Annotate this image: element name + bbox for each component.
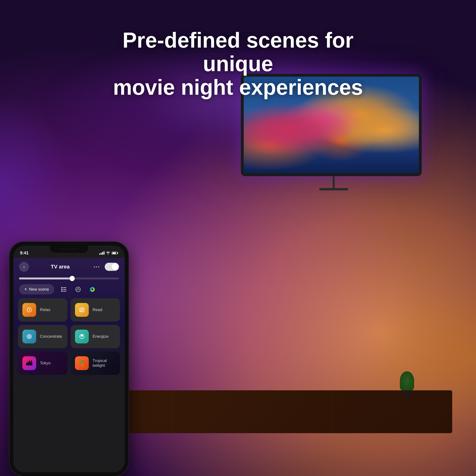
nav-right-controls [91, 263, 119, 271]
more-button[interactable] [91, 264, 102, 270]
relax-icon [22, 303, 36, 317]
svg-rect-2 [61, 289, 63, 290]
svg-point-12 [91, 289, 93, 290]
svg-rect-16 [81, 311, 82, 311]
concentrate-label: Concentrate [40, 334, 62, 339]
svg-rect-1 [63, 287, 67, 288]
brightness-slider[interactable] [19, 277, 119, 279]
scenes-grid: Relax Read [13, 298, 125, 380]
phone-container: 9:41 [10, 242, 138, 476]
svg-rect-4 [61, 290, 63, 292]
svg-rect-14 [81, 309, 83, 309]
tokyo-icon: 🏙 [22, 356, 36, 370]
tropical-icon: 🌴 [75, 356, 89, 370]
svg-rect-5 [63, 291, 67, 291]
scene-card-concentrate[interactable]: Concentrate [18, 325, 67, 348]
svg-point-7 [77, 288, 78, 289]
relax-label: Relax [40, 307, 50, 312]
brightness-fill [19, 277, 74, 279]
svg-point-6 [76, 287, 81, 292]
scene-card-relax[interactable]: Relax [18, 298, 67, 322]
energize-label: Energize [93, 334, 108, 339]
svg-point-9 [79, 289, 80, 290]
scene-card-tokyo[interactable]: 🏙 Tokyo [18, 352, 67, 375]
status-icons [99, 251, 118, 255]
page-title: Pre-defined scenes for unique movie nigh… [95, 29, 381, 99]
power-toggle[interactable] [105, 263, 119, 271]
phone-inner: 9:41 [13, 246, 125, 472]
tropical-label: Tropical twilight [93, 358, 116, 368]
status-time: 9:41 [20, 251, 29, 255]
battery-icon [112, 252, 118, 255]
svg-point-8 [78, 288, 79, 289]
read-icon [75, 303, 89, 317]
scene-card-energize[interactable]: Energize [71, 325, 120, 348]
nav-title: TV area [51, 264, 70, 270]
phone-content: ‹ TV area [13, 258, 125, 472]
concentrate-icon [22, 330, 36, 343]
phone-frame: 9:41 [10, 242, 129, 476]
scene-card-read[interactable]: Read [71, 298, 120, 322]
list-view-icon[interactable] [59, 285, 68, 294]
energize-icon [75, 330, 89, 343]
scene-card-tropical-twilight[interactable]: 🌴 Tropical twilight [71, 352, 120, 375]
read-label: Read [93, 307, 102, 312]
signal-bars-icon [99, 251, 104, 255]
new-scene-button[interactable]: + New scene [19, 284, 54, 294]
back-button[interactable]: ‹ [19, 262, 29, 272]
palette-icon[interactable] [73, 285, 83, 294]
color-wheel-icon[interactable] [87, 285, 97, 294]
phone-notch [50, 246, 88, 253]
svg-rect-0 [61, 287, 63, 288]
tokyo-label: Tokyo [40, 361, 51, 366]
svg-point-10 [77, 289, 78, 290]
svg-rect-15 [81, 310, 83, 310]
svg-rect-3 [63, 289, 67, 290]
scenes-toolbar: + New scene [13, 284, 125, 298]
nav-bar: ‹ TV area [13, 258, 125, 276]
brightness-thumb [69, 276, 75, 281]
svg-point-19 [29, 336, 30, 337]
wifi-icon [106, 251, 110, 255]
